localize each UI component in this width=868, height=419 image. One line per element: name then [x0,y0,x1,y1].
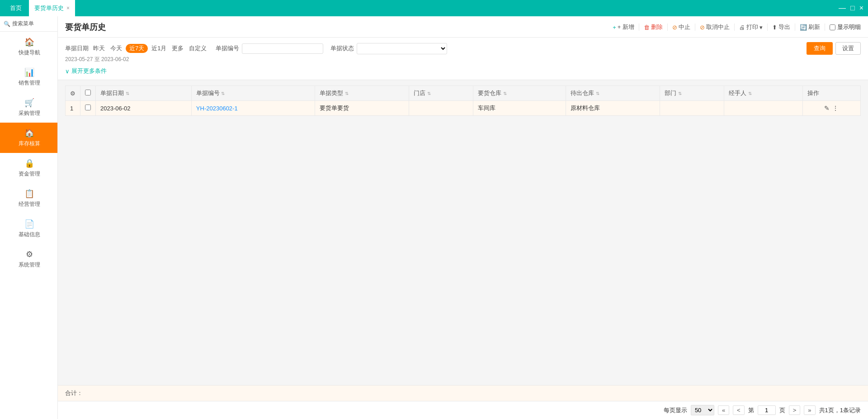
print-label: 打印 [746,23,758,31]
sidebar-search[interactable]: 🔍 搜索菜单 [0,16,57,32]
row-checkbox[interactable] [85,105,91,110]
table-header-row: ⚙ 单据日期 ⇅ 单据编号 ⇅ [66,86,861,101]
page-suffix: 页 [779,406,785,414]
shortcut-more[interactable]: 更多 [170,44,185,53]
sidebar-item-finance[interactable]: 🔒 资金管理 [0,153,57,183]
quick-nav-icon: 🏠 [24,37,34,47]
delete-button[interactable]: 🗑 删除 [644,23,663,31]
th-action: 操作 [802,86,860,101]
sidebar-item-label: 库存核算 [19,140,40,148]
shortcut-7days[interactable]: 近7天 [126,44,148,53]
th-out-warehouse-label: 待出仓库 [571,90,594,96]
minimize-icon[interactable]: — [839,4,846,12]
refresh-label: 刷新 [808,23,820,31]
basic-icon: 📄 [24,219,34,229]
edit-icon[interactable]: ✎ [824,105,830,112]
docno-link[interactable]: YH-20230602-1 [196,105,238,112]
th-date-label: 单据日期 [100,90,124,96]
tab-home[interactable]: 首页 [5,0,27,16]
window-close-icon[interactable]: × [859,4,863,12]
first-page-button[interactable]: « [718,405,729,415]
th-department-label: 部门 [665,90,676,96]
td-docno: YH-20230602-1 [191,101,315,116]
shortcut-1month[interactable]: 近1月 [150,44,168,53]
operations-icon: 📋 [24,189,34,199]
divider [667,24,668,31]
status-select[interactable] [357,43,447,54]
filter-date: 单据日期 昨天 今天 近7天 近1月 更多 自定义 [65,44,208,53]
cancel-stop-button[interactable]: ⊘ 取消中止 [700,23,730,31]
search-icon: 🔍 [4,21,10,27]
show-detail-label: 显示明细 [837,23,861,31]
last-page-button[interactable]: » [804,405,815,415]
docno-input[interactable] [242,43,323,54]
th-action-label: 操作 [807,90,819,96]
tab-active-label: 要货单历史 [34,0,64,16]
filter-status: 单据状态 [330,43,447,54]
filter-date-range-col: 2023-05-27 至 2023-06-02 [65,55,861,63]
per-page-select[interactable]: 50 100 200 [691,405,714,415]
next-page-button[interactable]: > [789,405,801,415]
sales-icon: 📊 [24,67,34,77]
divider [795,24,795,31]
filter-docno: 单据编号 [216,43,323,54]
sidebar-item-system[interactable]: ⚙ 系统管理 [0,244,57,274]
sort-handler-icon[interactable]: ⇅ [748,91,752,96]
sidebar-item-sales[interactable]: 📊 销售管理 [0,62,57,92]
refresh-button[interactable]: 🔄 刷新 [800,23,820,31]
th-store-label: 门店 [414,90,425,96]
page-input[interactable] [758,405,776,415]
sidebar-item-label: 销售管理 [19,79,40,87]
expand-more-button[interactable]: ∨ 展开更多条件 [65,67,861,75]
print-button[interactable]: 🖨 打印 ▾ [739,23,763,31]
sort-req-warehouse-icon[interactable]: ⇅ [503,91,507,96]
tab-close-icon[interactable]: × [66,0,70,16]
sidebar-item-quick-nav[interactable]: 🏠 快捷导航 [0,32,57,62]
top-bar-right: — □ × [839,4,863,12]
date-filter-label: 单据日期 [65,44,89,52]
more-icon[interactable]: ⋮ [832,105,839,112]
shortcut-custom[interactable]: 自定义 [187,44,208,53]
sidebar-item-label: 快捷导航 [19,49,40,57]
shortcut-today[interactable]: 今天 [108,44,124,53]
export-button[interactable]: ⬆ 导出 [772,23,790,31]
filter-area: 单据日期 昨天 今天 近7天 近1月 更多 自定义 单据编号 [58,38,868,80]
query-button[interactable]: 查询 [807,42,833,55]
sidebar-item-purchase[interactable]: 🛒 采购管理 [0,92,57,123]
settings-icon[interactable]: ⚙ [70,90,75,97]
sidebar-item-inventory[interactable]: 🏠 库存核算 [0,123,57,153]
settings-button[interactable]: 设置 [835,42,861,55]
sort-store-icon[interactable]: ⇅ [427,91,431,96]
divider [695,24,695,31]
td-action: ✎ ⋮ [802,101,860,116]
show-detail-checkbox[interactable] [830,24,835,30]
sort-docno-icon[interactable]: ⇅ [221,91,225,96]
select-all-checkbox[interactable] [85,90,91,95]
td-doctype: 要货单要货 [315,101,409,116]
sidebar-item-operations[interactable]: 📋 经营管理 [0,183,57,214]
sort-doctype-icon[interactable]: ⇅ [345,91,349,96]
sort-department-icon[interactable]: ⇅ [678,91,682,96]
filter-row-1: 单据日期 昨天 今天 近7天 近1月 更多 自定义 单据编号 [65,42,861,55]
page-label: 第 [748,406,754,414]
th-docno: 单据编号 ⇅ [191,86,315,101]
show-detail-toggle[interactable]: 显示明细 [830,23,861,31]
maximize-icon[interactable]: □ [850,4,855,12]
cancel-stop-icon: ⊘ [700,24,705,31]
filter-buttons: 查询 设置 [807,42,861,55]
content-area: 要货单历史 + + 新增 🗑 删除 ⊘ 中止 [58,16,868,419]
th-out-warehouse: 待出仓库 ⇅ [566,86,660,101]
table-container: ⚙ 单据日期 ⇅ 单据编号 ⇅ [58,80,868,385]
tab-active[interactable]: 要货单历史 × [29,0,75,16]
sidebar-item-basic[interactable]: 📄 基础信息 [0,214,57,244]
shortcut-yesterday[interactable]: 昨天 [91,44,107,53]
delete-label: 删除 [651,23,663,31]
sort-date-icon[interactable]: ⇅ [126,91,129,96]
top-bar: 首页 要货单历史 × — □ × [0,0,868,16]
system-icon: ⚙ [26,249,33,259]
prev-page-button[interactable]: < [733,405,745,415]
stop-button[interactable]: ⊘ 中止 [672,23,690,31]
pagination: 每页显示 50 100 200 « < 第 页 > » 共1页，1条记录 [58,401,868,419]
sort-out-warehouse-icon[interactable]: ⇅ [596,91,599,96]
new-button[interactable]: + + 新增 [613,23,634,31]
